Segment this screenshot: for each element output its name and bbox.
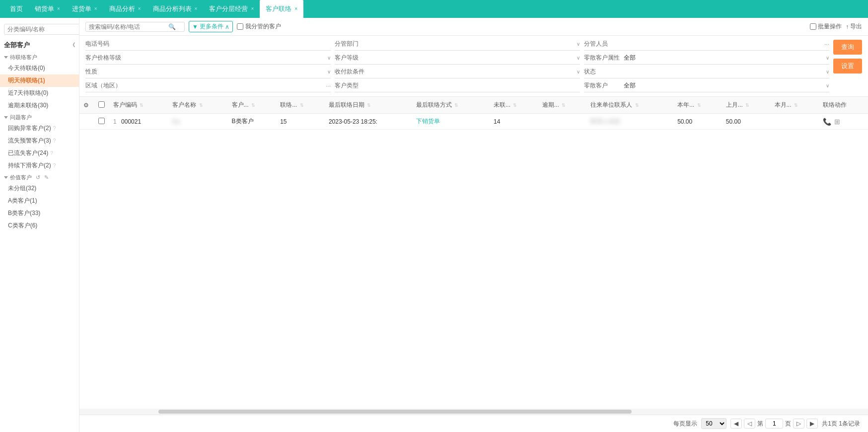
refresh-icon[interactable]: ↺ [36, 174, 40, 181]
more-conditions-button[interactable]: ▼ 更多条件 ∧ [189, 21, 233, 32]
horizontal-scrollbar[interactable] [79, 409, 868, 415]
bulk-ops-button[interactable]: 批量操作 [810, 22, 842, 31]
sidebar-item-class-b[interactable]: B类客户(33) [0, 207, 79, 219]
select-all-checkbox[interactable] [98, 101, 105, 108]
sidebar-item-overdue-contact[interactable]: 逾期未联络(30) [0, 99, 79, 112]
close-icon[interactable]: × [195, 0, 198, 18]
nav-home[interactable]: 首页 [4, 0, 29, 18]
filter-row-2: 客户价格等级 ∨ 客户等级 ∨ 零散客户属性 全部 ∨ [85, 54, 829, 65]
table-row: 1 000021 Ea B类客户 15 2023-05-23 18:25: 下销… [79, 114, 868, 130]
scrollbar-thumb[interactable] [158, 410, 632, 414]
nav-customer-tier[interactable]: 客户分层经营 × [203, 0, 260, 18]
close-icon[interactable]: × [94, 0, 97, 18]
reset-button[interactable]: 设置 [833, 59, 862, 73]
sidebar-item-abnormal-repurchase[interactable]: 回购异常客户(2) ? [0, 122, 79, 135]
chevron-down-icon[interactable]: ∨ [327, 55, 331, 61]
group-pending-contact: 待联络客户 [0, 52, 79, 62]
bulk-ops-checkbox[interactable] [810, 23, 816, 30]
group-problem-customers: 问题客户 [0, 112, 79, 122]
col-type[interactable]: 客户... ⇅ [228, 97, 277, 114]
col-name[interactable]: 客户名称 ⇅ [168, 97, 227, 114]
sidebar-item-class-c[interactable]: C类客户(6) [0, 219, 79, 232]
search-icon[interactable]: 🔍 [168, 23, 176, 30]
chevron-down-icon[interactable]: ∨ [826, 69, 829, 74]
nav-sales-order[interactable]: 销货单 × [29, 0, 66, 18]
export-button[interactable]: ↑ 导出 [846, 22, 862, 31]
filter-customer-type: 客户类型 [335, 81, 580, 92]
sidebar-item-7days-contact[interactable]: 近7天待联络(0) [0, 87, 79, 99]
edit-icon[interactable]: ✎ [44, 174, 49, 181]
all-customers-label[interactable]: 全部客户 《 [0, 39, 79, 52]
search-input[interactable] [89, 23, 168, 30]
col-this-month[interactable]: 本月... ⇅ [771, 97, 819, 114]
last-contact-link[interactable]: 下销货单 [416, 118, 440, 125]
question-icon: ? [53, 138, 56, 144]
col-company-contact[interactable]: 往来单位联系人 ⇅ [586, 97, 673, 114]
table-container: ⚙ 客户编码 ⇅ 客户名称 ⇅ [79, 97, 868, 409]
chevron-down-icon[interactable]: ∨ [826, 83, 829, 88]
close-icon[interactable]: × [57, 0, 60, 18]
more-icon[interactable]: ··· [326, 82, 331, 89]
chevron-down-icon[interactable]: ∨ [577, 69, 580, 74]
col-last-month[interactable]: 上月... ⇅ [722, 97, 771, 114]
chevron-down-icon[interactable]: ∨ [577, 41, 580, 47]
chevron-down-icon[interactable]: ∨ [577, 55, 580, 61]
col-overdue[interactable]: 逾期... ⇅ [538, 97, 587, 114]
sidebar-search-input[interactable] [4, 24, 79, 35]
customer-table: ⚙ 客户编码 ⇅ 客户名称 ⇅ [79, 97, 868, 130]
next-page-button[interactable]: ▷ [793, 419, 804, 429]
sidebar-item-ungrouped[interactable]: 未分组(32) [0, 182, 79, 195]
row-type: B类客户 [228, 114, 277, 130]
my-customers-checkbox[interactable] [237, 23, 243, 30]
filter-retail-customer-value[interactable]: 全部 [624, 81, 824, 90]
per-page-select[interactable]: 50 100 200 [701, 418, 726, 429]
page-number-input[interactable] [765, 419, 783, 429]
filter-row-4: 区域（地区） ··· 客户类型 零散客户 全部 ∨ [85, 81, 829, 92]
sort-icon: ⇅ [697, 103, 701, 108]
chevron-down-icon[interactable]: ∨ [826, 55, 829, 61]
filter-phone-label: 电话号码 [85, 40, 125, 48]
filter-retail-attr-value[interactable]: 全部 [624, 54, 824, 62]
filter-dept: 分管部门 ∨ [335, 40, 580, 51]
col-this-year[interactable]: 本年... ⇅ [673, 97, 722, 114]
nav-purchase-order[interactable]: 进货单 × [66, 0, 103, 18]
nav-customer-contact[interactable]: 客户联络 × [260, 0, 303, 18]
nav-product-analysis[interactable]: 商品分析 × [103, 0, 147, 18]
sidebar-item-churned[interactable]: 已流失客户(24) ? [0, 147, 79, 159]
col-uncontacted[interactable]: 未联... ⇅ [490, 97, 538, 114]
question-icon: ? [53, 163, 56, 168]
sidebar-item-tomorrow-contact[interactable]: 明天待联络(1) [0, 74, 79, 87]
sidebar-item-class-a[interactable]: A类客户(1) [0, 195, 79, 207]
group-value-customers: 价值客户 ↺ ✎ [0, 172, 79, 182]
col-code[interactable]: 客户编码 ⇅ [109, 97, 168, 114]
close-icon[interactable]: × [251, 0, 254, 18]
query-button[interactable]: 查询 [833, 40, 862, 55]
close-icon[interactable]: × [138, 0, 141, 18]
chevron-down-icon[interactable]: ∨ [327, 69, 331, 74]
first-page-button[interactable]: ◀ [730, 419, 742, 429]
col-contact-count[interactable]: 联络... ⇅ [276, 97, 325, 114]
row-this-year: 50.00 [673, 114, 722, 130]
chevron-up-icon: ∧ [225, 23, 229, 30]
sidebar-item-continuous-decline[interactable]: 持续下滑客户(2) ? [0, 159, 79, 172]
row-checkbox[interactable] [98, 118, 105, 124]
prev-page-button[interactable]: ◁ [744, 419, 755, 429]
row-num-code: 1 000021 [109, 114, 168, 130]
row-overdue [538, 114, 587, 130]
grid-icon[interactable]: ⊞ [834, 118, 840, 126]
col-last-contact-date[interactable]: 最后联络日期 ⇅ [325, 97, 412, 114]
gear-icon[interactable]: ⚙ [83, 102, 89, 109]
more-icon[interactable]: ··· [824, 41, 829, 48]
filter-phone: 电话号码 [85, 40, 331, 51]
sidebar-item-churn-warning[interactable]: 流失预警客户(3) ? [0, 135, 79, 147]
sidebar-item-today-contact[interactable]: 今天待联络(0) [0, 62, 79, 74]
phone-icon[interactable]: 📞 [823, 118, 831, 126]
col-gear[interactable]: ⚙ [79, 97, 94, 114]
close-icon[interactable]: × [294, 0, 297, 18]
col-last-contact-method[interactable]: 最后联络方式 ⇅ [412, 97, 490, 114]
nav-product-analysis-list[interactable]: 商品分析列表 × [147, 0, 204, 18]
last-page-button[interactable]: ▶ [806, 419, 818, 429]
row-this-month [771, 114, 819, 130]
expand-icon [4, 56, 8, 59]
toolbar: 🔍 ▼ 更多条件 ∧ 我分管的客户 批量操作 ↑ 导出 [79, 18, 868, 36]
